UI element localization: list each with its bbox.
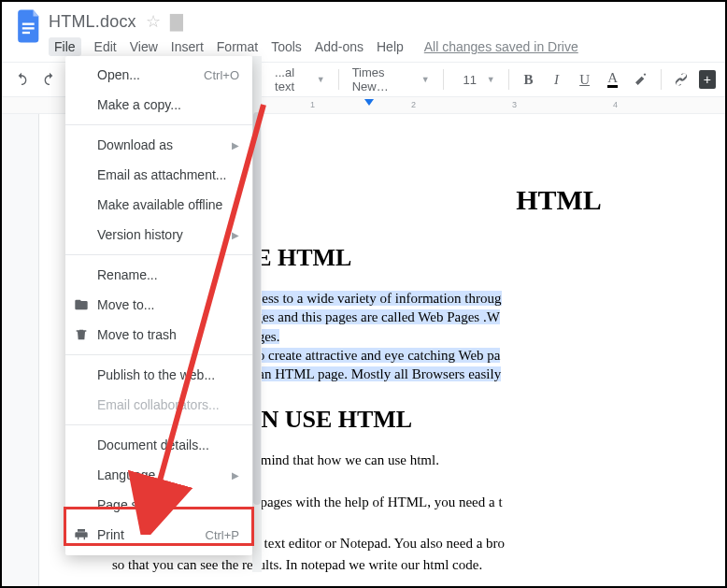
menu-help[interactable]: Help: [377, 39, 404, 54]
ruler-tick: 1: [310, 100, 315, 109]
caret-down-icon: ▼: [421, 75, 430, 84]
trash-icon: [73, 326, 90, 343]
menu-bar: File Edit View Insert Format Tools Add-o…: [49, 36, 716, 58]
caret-down-icon: ▼: [487, 75, 495, 84]
menu-item-label: Email collaborators...: [97, 397, 220, 412]
italic-button[interactable]: I: [547, 68, 567, 91]
menu-separator: [65, 354, 252, 355]
menu-item-publish-web[interactable]: Publish to the web...: [65, 360, 252, 390]
menu-item-rename[interactable]: Rename...: [65, 260, 252, 290]
menu-item-label: Open...: [97, 67, 140, 82]
more-button[interactable]: +: [699, 70, 716, 89]
doc-heading-title: HTML: [392, 184, 725, 216]
docs-logo[interactable]: [11, 9, 49, 56]
folder-icon: [73, 296, 90, 313]
document-outline-gutter: [2, 114, 39, 586]
bold-button[interactable]: B: [518, 68, 538, 91]
paragraph-style-label: ...al text: [275, 65, 313, 93]
menu-separator: [65, 424, 252, 425]
menu-item-available-offline[interactable]: Make available offline: [65, 190, 252, 220]
toolbar-separator: [508, 69, 509, 90]
menu-item-label: Version history: [97, 227, 183, 242]
document-title[interactable]: HTML.docx: [49, 12, 136, 32]
svg-rect-0: [22, 23, 35, 25]
menu-item-version-history[interactable]: Version history ▶: [65, 220, 252, 250]
menu-item-email-collaborators: Email collaborators...: [65, 390, 252, 420]
svg-rect-2: [22, 32, 30, 34]
menu-item-shortcut: Ctrl+O: [204, 68, 239, 82]
menu-separator: [65, 124, 252, 125]
menu-item-document-details[interactable]: Document details...: [65, 430, 252, 460]
menu-item-label: Make a copy...: [97, 97, 181, 112]
menu-item-label: Move to trash: [97, 327, 177, 342]
menu-item-label: Make available offline: [97, 197, 222, 212]
menu-format[interactable]: Format: [217, 39, 258, 54]
menu-item-label: Document details...: [97, 437, 209, 452]
menu-item-shortcut: Ctrl+P: [206, 528, 239, 542]
ruler-tick: 2: [411, 100, 416, 109]
indent-marker-icon[interactable]: [364, 99, 374, 106]
save-status[interactable]: All changes saved in Drive: [424, 39, 578, 54]
toolbar-separator: [338, 69, 339, 90]
redo-button[interactable]: [39, 68, 60, 91]
font-size-value: 11: [457, 73, 483, 87]
text-color-button[interactable]: A: [603, 68, 623, 91]
ruler-tick: 4: [613, 100, 618, 109]
toolbar-separator: [443, 69, 444, 90]
menu-item-label: Rename...: [97, 267, 158, 282]
menu-item-label: Email as attachment...: [97, 167, 227, 182]
scrollbar-thumb[interactable]: [253, 112, 261, 505]
menu-view[interactable]: View: [130, 39, 158, 54]
menu-item-make-copy[interactable]: Make a copy...: [65, 90, 252, 120]
submenu-arrow-icon: ▶: [232, 140, 239, 151]
menu-item-label: Page setup...: [97, 497, 175, 512]
submenu-arrow-icon: ▶: [232, 470, 239, 480]
insert-link-button[interactable]: [671, 68, 691, 91]
star-icon[interactable]: ☆: [146, 11, 161, 32]
menu-addons[interactable]: Add-ons: [315, 39, 364, 54]
menu-item-download-as[interactable]: Download as ▶: [65, 130, 252, 160]
menu-tools[interactable]: Tools: [271, 39, 302, 54]
menu-item-print[interactable]: Print Ctrl+P: [65, 520, 252, 550]
font-size-control[interactable]: 11 ▼: [453, 67, 499, 92]
folder-icon[interactable]: ▇: [170, 11, 183, 32]
menu-item-label: Publish to the web...: [97, 367, 215, 382]
menu-separator: [65, 254, 252, 255]
paragraph-style-dropdown[interactable]: ...al text ▼: [271, 67, 329, 92]
menu-edit[interactable]: Edit: [94, 39, 117, 54]
menu-insert[interactable]: Insert: [171, 39, 204, 54]
svg-rect-1: [22, 27, 35, 29]
font-family-label: Times New…: [352, 65, 418, 93]
menu-item-label: Language: [97, 467, 155, 482]
underline-button[interactable]: U: [575, 68, 595, 91]
menu-item-open[interactable]: Open... Ctrl+O: [65, 60, 252, 90]
menu-item-label: Download as: [97, 137, 173, 152]
print-icon: [73, 526, 90, 543]
doc-text: so that you can see the results. In note…: [112, 555, 725, 574]
menu-item-move-to[interactable]: Move to...: [65, 290, 252, 320]
toolbar-separator: [661, 69, 662, 90]
submenu-arrow-icon: ▶: [232, 230, 239, 240]
file-menu-dropdown: Open... Ctrl+O Make a copy... Download a…: [65, 56, 252, 555]
menu-item-label: Move to...: [97, 297, 154, 312]
menu-item-email-attachment[interactable]: Email as attachment...: [65, 160, 252, 190]
font-family-dropdown[interactable]: Times New… ▼: [349, 67, 434, 92]
highlight-button[interactable]: [631, 68, 651, 91]
menu-file[interactable]: File: [49, 37, 81, 56]
menu-item-move-to-trash[interactable]: Move to trash: [65, 320, 252, 350]
caret-down-icon: ▼: [317, 75, 325, 84]
ruler-tick: 3: [512, 100, 517, 109]
menu-item-label: Print: [97, 527, 124, 542]
undo-button[interactable]: [11, 68, 32, 91]
menu-item-language[interactable]: Language ▶: [65, 460, 252, 490]
menu-item-page-setup[interactable]: Page setup...: [65, 490, 252, 520]
